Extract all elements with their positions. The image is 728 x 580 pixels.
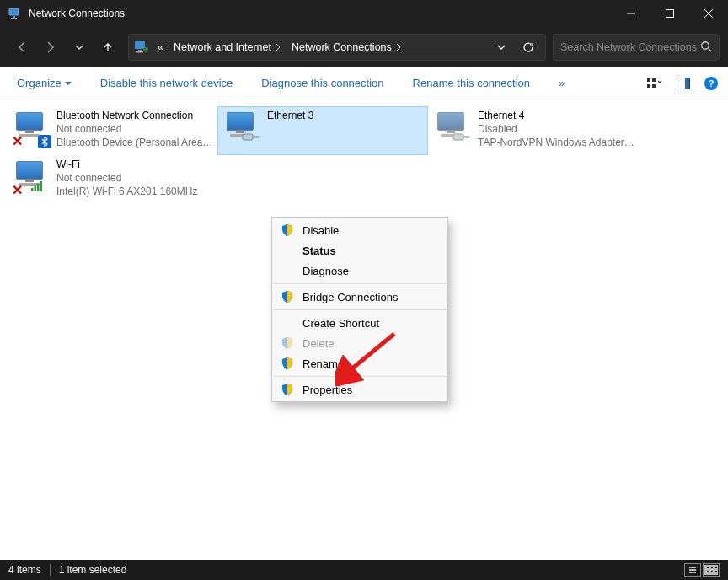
divider xyxy=(50,564,51,576)
menu-item-diagnose[interactable]: Diagnose xyxy=(272,260,447,281)
svg-rect-16 xyxy=(253,136,259,138)
menu-label: Delete xyxy=(302,337,335,350)
window-title: Network Connections xyxy=(29,8,125,19)
disconnected-icon: ✕ xyxy=(12,133,23,149)
status-item-count: 4 items xyxy=(8,564,41,576)
preview-pane-button[interactable] xyxy=(676,76,691,91)
command-label: Disable this network device xyxy=(100,77,233,89)
breadcrumb-label: Network and Internet xyxy=(174,41,271,53)
connection-status: Disabled xyxy=(478,122,634,136)
rename-button[interactable]: Rename this connection xyxy=(406,73,537,93)
menu-item-disable[interactable]: Disable xyxy=(272,220,447,240)
bluetooth-icon xyxy=(38,135,51,148)
context-menu: Disable Status Diagnose Bridge Connectio… xyxy=(271,218,448,402)
up-button[interactable] xyxy=(94,34,121,61)
command-label: Diagnose this connection xyxy=(261,77,383,89)
minimize-button[interactable] xyxy=(612,0,650,27)
menu-label: Rename xyxy=(302,357,344,370)
refresh-button[interactable] xyxy=(515,34,542,61)
connection-item-ethernet4[interactable]: Ethernet 4 Disabled TAP-NordVPN Windows … xyxy=(428,106,639,155)
diagnose-button[interactable]: Diagnose this connection xyxy=(254,73,390,93)
connection-status: Not connected xyxy=(56,171,197,185)
menu-item-bridge[interactable]: Bridge Connections xyxy=(272,287,447,307)
svg-rect-14 xyxy=(685,78,689,89)
connection-device: Intel(R) Wi-Fi 6 AX201 160MHz xyxy=(56,185,197,198)
breadcrumb-prefix[interactable]: « xyxy=(153,35,169,59)
tiles-view-button[interactable] xyxy=(703,563,720,577)
svg-point-7 xyxy=(143,47,148,52)
menu-label: Bridge Connections xyxy=(302,291,398,303)
menu-separator xyxy=(273,283,447,284)
address-bar[interactable]: « Network and Internet Network Connectio… xyxy=(128,34,546,61)
menu-item-rename[interactable]: Rename xyxy=(272,353,447,373)
connection-item-ethernet3[interactable]: Ethernet 3 xyxy=(217,106,428,155)
svg-rect-6 xyxy=(136,51,143,53)
menu-label: Diagnose xyxy=(302,265,349,277)
svg-rect-22 xyxy=(40,181,43,191)
navigation-bar: « Network and Internet Network Connectio… xyxy=(0,27,728,67)
svg-rect-10 xyxy=(647,84,650,88)
view-options-button[interactable] xyxy=(647,76,662,91)
connection-icon: ✕ xyxy=(11,158,51,198)
menu-item-create-shortcut[interactable]: Create Shortcut xyxy=(272,313,447,333)
svg-rect-3 xyxy=(666,10,674,18)
breadcrumb-segment[interactable]: Network Connections xyxy=(286,35,407,59)
search-icon xyxy=(700,40,712,55)
disconnected-icon: ✕ xyxy=(12,182,23,198)
recent-locations-button[interactable] xyxy=(66,34,93,61)
location-icon xyxy=(134,40,149,55)
disable-device-button[interactable]: Disable this network device xyxy=(94,73,240,93)
organize-menu[interactable]: Organize xyxy=(10,73,78,93)
svg-rect-1 xyxy=(13,16,15,18)
connection-item-bluetooth[interactable]: ✕ Bluetooth Network Connection Not conne… xyxy=(7,106,217,155)
svg-rect-17 xyxy=(453,134,463,140)
svg-point-8 xyxy=(702,41,709,49)
forward-button[interactable] xyxy=(37,34,64,61)
details-view-button[interactable] xyxy=(684,563,701,577)
address-history-button[interactable] xyxy=(488,34,515,61)
breadcrumb-segment[interactable]: Network and Internet xyxy=(169,35,286,59)
status-selection: 1 item selected xyxy=(59,564,127,576)
chevron-right-icon xyxy=(275,43,281,51)
menu-separator xyxy=(273,376,447,377)
help-button[interactable]: ? xyxy=(704,77,718,90)
command-bar: Organize Disable this network device Dia… xyxy=(0,67,728,99)
svg-rect-18 xyxy=(463,136,469,138)
svg-rect-2 xyxy=(11,18,17,19)
item-grid: ✕ Bluetooth Network Connection Not conne… xyxy=(7,106,721,204)
svg-rect-20 xyxy=(35,185,37,191)
shield-icon xyxy=(282,357,294,369)
connection-name: Ethernet 4 xyxy=(478,109,634,122)
menu-label: Status xyxy=(302,244,336,257)
command-label: » xyxy=(559,77,565,89)
svg-rect-0 xyxy=(9,8,19,15)
search-box[interactable]: Search Network Connections xyxy=(553,34,720,61)
back-button[interactable] xyxy=(8,34,35,61)
shield-icon xyxy=(282,384,294,395)
connection-item-wifi[interactable]: ✕ Wi-Fi Not connected Intel(R) Wi-Fi 6 A… xyxy=(7,155,217,204)
svg-rect-12 xyxy=(652,84,656,88)
connection-device: Bluetooth Device (Personal Area ... xyxy=(56,136,213,149)
connection-name: Ethernet 3 xyxy=(267,109,313,122)
ethernet-icon xyxy=(242,131,260,142)
menu-item-properties[interactable]: Properties xyxy=(272,379,447,400)
close-button[interactable] xyxy=(689,0,728,27)
shield-icon xyxy=(282,291,294,303)
breadcrumb-label: Network Connections xyxy=(292,41,392,53)
more-commands-button[interactable]: » xyxy=(552,73,571,93)
command-label: Organize xyxy=(17,77,62,89)
connection-icon xyxy=(222,109,262,149)
svg-rect-21 xyxy=(37,184,40,192)
svg-rect-5 xyxy=(138,50,142,51)
shield-icon xyxy=(282,224,294,236)
menu-separator xyxy=(273,309,447,310)
connection-device: TAP-NordVPN Windows Adapter ... xyxy=(478,136,634,149)
menu-item-status[interactable]: Status xyxy=(272,240,447,260)
svg-rect-19 xyxy=(31,188,34,191)
shield-icon xyxy=(282,337,294,349)
ethernet-icon xyxy=(452,131,471,142)
search-placeholder: Search Network Connections xyxy=(560,41,697,53)
menu-label: Disable xyxy=(302,224,339,237)
maximize-button[interactable] xyxy=(650,0,689,27)
title-bar: Network Connections xyxy=(0,0,728,27)
